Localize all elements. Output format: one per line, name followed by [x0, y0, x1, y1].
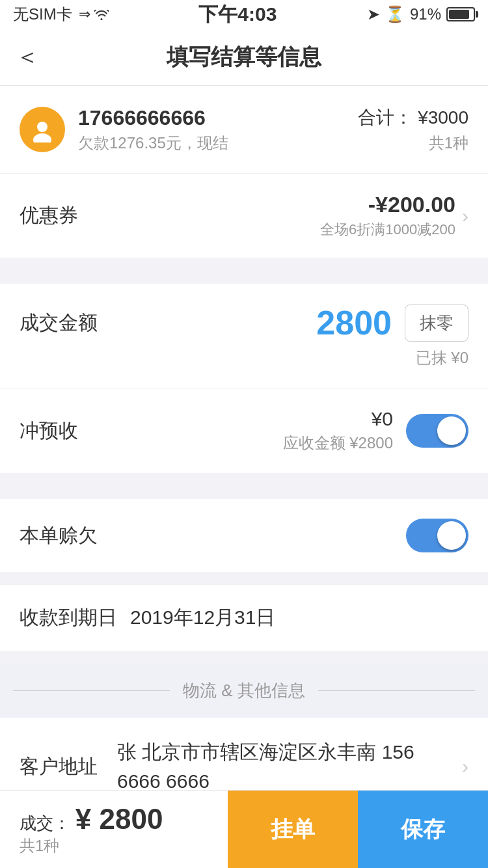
- coupon-discount: -¥200.00: [320, 192, 455, 217]
- total-label: 合计：: [358, 107, 413, 128]
- section-gap-2: [0, 486, 488, 499]
- chevron-right-icon: ›: [462, 205, 468, 227]
- coupon-label: 优惠券: [20, 202, 78, 229]
- coupon-row[interactable]: 优惠券 -¥200.00 全场6折满1000减200 ›: [0, 173, 488, 258]
- prereceive-sub: 应收金额 ¥2800: [283, 433, 393, 454]
- duedate-label: 收款到期日: [20, 604, 117, 631]
- address-chevron-icon: ›: [462, 755, 468, 778]
- back-button[interactable]: ＜: [16, 41, 39, 73]
- alarm-icon: ⏳: [385, 5, 405, 23]
- divider-line-left: [13, 690, 170, 691]
- coupon-content: -¥200.00 全场6折满1000减200: [320, 192, 455, 239]
- svg-point-1: [33, 133, 51, 142]
- deal-amount-value: 2800: [316, 303, 392, 342]
- logistics-divider: 物流 & 其他信息: [0, 664, 488, 718]
- bottom-deal-count: 共1种: [20, 835, 208, 856]
- prereceive-amount: ¥0: [283, 408, 393, 430]
- divider-line-right: [318, 690, 475, 691]
- debt-toggle-knob: [437, 521, 466, 550]
- prereceive-label: 冲预收: [20, 418, 78, 444]
- duedate-value: 2019年12月31日: [130, 604, 275, 631]
- prereceive-values: ¥0 应收金额 ¥2800: [283, 408, 393, 454]
- status-left: 无SIM卡 ⇒: [13, 4, 109, 25]
- customer-debt: 欠款1276.35元，现结: [78, 133, 228, 154]
- svg-point-0: [37, 122, 47, 132]
- customer-total: 合计： ¥3000 共1种: [358, 105, 468, 154]
- avatar: [20, 107, 65, 152]
- customer-left: 17666666666 欠款1276.35元，现结: [20, 106, 228, 154]
- prereceive-toggle[interactable]: [406, 414, 468, 448]
- deal-amount-label: 成交金额: [20, 310, 98, 336]
- battery-percent: 91%: [410, 5, 441, 23]
- coupon-description: 全场6折满1000减200: [320, 220, 455, 239]
- location-icon: ➤: [367, 5, 380, 23]
- nav-bar: ＜ 填写结算等信息: [0, 29, 488, 86]
- prereceive-section: 冲预收 ¥0 应收金额 ¥2800: [0, 388, 488, 473]
- save-button[interactable]: 保存: [358, 791, 488, 869]
- amount-right: 2800 抹零: [316, 303, 468, 342]
- deal-summary-row: 成交： ¥ 2800: [20, 803, 208, 835]
- pending-button[interactable]: 挂单: [228, 791, 358, 869]
- bottom-deal-amount: ¥ 2800: [75, 803, 163, 835]
- deal-amount-section: 成交金额 2800 抹零 已抹 ¥0: [0, 284, 488, 388]
- total-amount: ¥3000: [418, 107, 468, 128]
- carrier-label: 无SIM卡: [13, 4, 72, 25]
- section-gap-1: [0, 271, 488, 284]
- prereceive-right: ¥0 应收金额 ¥2800: [283, 408, 468, 454]
- address-label: 客户地址: [20, 753, 98, 780]
- bottom-summary: 成交： ¥ 2800 共1种: [0, 803, 228, 856]
- address-value: 张 北京市市辖区海淀区永丰南 156 6666 6666: [117, 737, 462, 796]
- content-area: 17666666666 欠款1276.35元，现结 合计： ¥3000 共1种 …: [0, 86, 488, 868]
- toggle-knob: [437, 416, 466, 445]
- debt-single-section: 本单赊欠: [0, 499, 488, 572]
- wifi-icon: ⇒: [79, 6, 109, 23]
- page-title: 填写结算等信息: [167, 42, 321, 72]
- bottom-bar: 成交： ¥ 2800 共1种 挂单 保存: [0, 790, 488, 868]
- round-zero-button[interactable]: 抹零: [405, 305, 468, 342]
- customer-info-card: 17666666666 欠款1276.35元，现结 合计： ¥3000 共1种: [0, 86, 488, 173]
- coupon-right: -¥200.00 全场6折满1000减200 ›: [320, 192, 468, 239]
- battery-icon: [446, 7, 475, 21]
- duedate-row: 收款到期日 2019年12月31日: [20, 604, 468, 631]
- total-count: 共1种: [358, 133, 468, 154]
- deal-amount-sub: 已抹 ¥0: [20, 347, 468, 368]
- due-date-section: 收款到期日 2019年12月31日: [0, 585, 488, 651]
- debt-toggle[interactable]: [406, 519, 468, 552]
- deal-prefix: 成交：: [20, 813, 70, 833]
- status-bar: 无SIM卡 ⇒ 下午4:03 ➤ ⏳ 91%: [0, 0, 488, 29]
- status-right: ➤ ⏳ 91%: [367, 5, 475, 23]
- customer-phone: 17666666666: [78, 106, 228, 130]
- time-display: 下午4:03: [198, 1, 277, 28]
- debt-single-label: 本单赊欠: [20, 522, 98, 549]
- logistics-text: 物流 & 其他信息: [183, 679, 305, 702]
- customer-details: 17666666666 欠款1276.35元，现结: [78, 106, 228, 154]
- amount-row: 成交金额 2800 抹零: [20, 303, 468, 342]
